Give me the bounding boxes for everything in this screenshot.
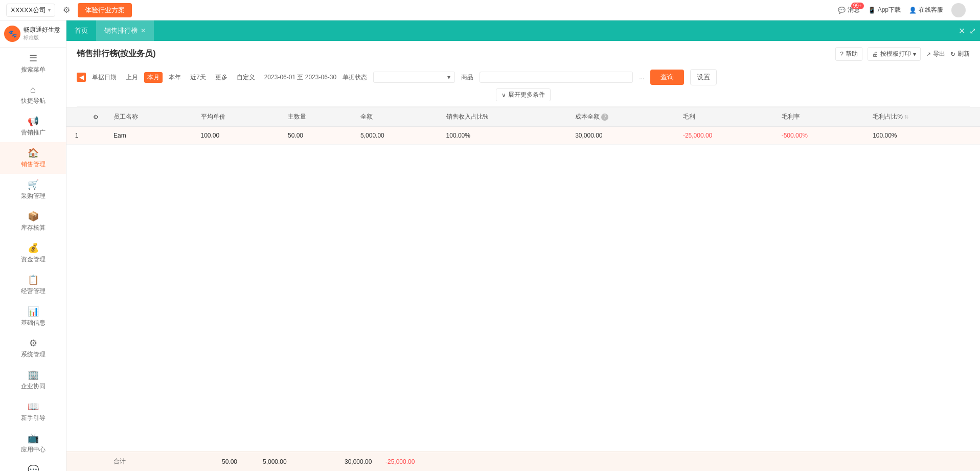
sidebar-item-operation[interactable]: 📋 经营管理 xyxy=(0,269,66,301)
print-label: 按模板打印 xyxy=(880,50,911,58)
table-header-row: ⚙ 员工名称 平均单价 主数量 xyxy=(66,107,980,127)
purchase-icon: 🛒 xyxy=(28,179,39,190)
col-amount-label: 全额 xyxy=(360,113,373,120)
footer-amount: 5,000.00 xyxy=(257,458,298,465)
sidebar-item-inventory[interactable]: 📦 库存核算 xyxy=(0,206,66,237)
company-selector[interactable]: XXXXX公司 ▾ xyxy=(6,4,55,17)
table-row: 1Eam100.0050.005,000.00100.00%30,000.00-… xyxy=(66,127,980,145)
date-to-value: 2023-06-30 xyxy=(305,74,336,81)
date-current-btn[interactable]: 本月 xyxy=(144,72,163,83)
tab-sales-ranking[interactable]: 销售排行榜 ✕ xyxy=(96,20,154,41)
expand-button[interactable]: ∨ 展开更多条件 xyxy=(496,88,551,101)
col-header-index xyxy=(66,107,87,127)
service-label: 在线客服 xyxy=(919,6,943,14)
sidebar-item-wechat[interactable]: 💬 企业微信 xyxy=(0,459,66,471)
sidebar-item-enterprise[interactable]: 🏢 企业协同 xyxy=(0,364,66,396)
footer-main-qty: 50.00 xyxy=(216,458,257,465)
sidebar-item-basic-info[interactable]: 📊 基础信息 xyxy=(0,301,66,332)
avatar[interactable] xyxy=(951,3,966,17)
col-header-gross-rate: 毛利率 xyxy=(776,107,867,127)
col-gross-profit-label: 毛利 xyxy=(683,113,695,120)
page-title: 销售排行榜(按业务员) xyxy=(77,49,156,59)
refresh-button[interactable]: ↻ 刷新 xyxy=(950,50,970,58)
sidebar-item-sales[interactable]: 🏠 销售管理 xyxy=(0,142,66,174)
col-gross-rate-label: 毛利率 xyxy=(782,113,800,120)
refresh-label: 刷新 xyxy=(958,50,970,58)
sidebar-item-app-center[interactable]: 📺 应用中心 xyxy=(0,428,66,459)
message-badge: 99+ xyxy=(851,3,864,9)
tab-home[interactable]: 首页 xyxy=(66,20,96,41)
cell-cost: 30,000.00 xyxy=(569,127,677,145)
sidebar-item-marketing[interactable]: 📢 营销推广 xyxy=(0,110,66,142)
marketing-icon: 📢 xyxy=(28,116,39,127)
col-header-settings[interactable]: ⚙ xyxy=(87,107,107,127)
search-order-icon: ☰ xyxy=(29,53,37,64)
expand-label: 展开更多条件 xyxy=(508,91,545,99)
sidebar-label-sales: 销售管理 xyxy=(21,160,45,169)
cell-index: 1 xyxy=(66,127,87,145)
cell-gross-rate: -500.00% xyxy=(776,127,867,145)
table-wrapper[interactable]: ⚙ 员工名称 平均单价 主数量 xyxy=(66,107,980,452)
date-more-btn[interactable]: 更多 xyxy=(212,72,231,83)
status-label: 单据状态 xyxy=(343,73,367,82)
table-area: ⚙ 员工名称 平均单价 主数量 xyxy=(66,107,980,471)
filter-row: ◀ 单据日期 上月 本月 本年 近7天 更多 自定义 2023-06-01 xyxy=(77,69,970,85)
date-prev-btn[interactable]: 上月 xyxy=(123,72,141,83)
tab-bar-right: ✕ ⤢ xyxy=(954,20,980,41)
top-bar-right: 💬 消息 99+ 📱 App下载 👤 在线客服 xyxy=(838,3,974,17)
sidebar-label-inventory: 库存核算 xyxy=(21,223,45,232)
sidebar-item-purchase[interactable]: 🛒 采购管理 xyxy=(0,174,66,206)
collapse-arrow-button[interactable]: ◀ xyxy=(77,73,86,82)
tab-minimize-icon[interactable]: ✕ xyxy=(959,26,965,36)
top-bar: XXXXX公司 ▾ ⚙ 体验行业方案 💬 消息 99+ 📱 App下载 👤 在线… xyxy=(0,0,980,20)
finance-icon: 💰 xyxy=(28,242,39,254)
inventory-icon: 📦 xyxy=(28,211,39,222)
logo-sub: 标准版 xyxy=(24,34,60,41)
col-header-gross-profit: 毛利 xyxy=(677,107,776,127)
settings-button[interactable]: 设置 xyxy=(690,69,717,85)
expand-arrow-icon: ∨ xyxy=(502,92,506,99)
goods-input[interactable] xyxy=(480,72,633,83)
sidebar-item-quick-nav[interactable]: ⌂ 快捷导航 xyxy=(0,79,66,110)
export-button[interactable]: ↗ 导出 xyxy=(926,50,945,58)
sidebar-label-purchase: 采购管理 xyxy=(21,192,45,200)
sidebar-label-basic-info: 基础信息 xyxy=(21,319,45,327)
message-icon: 💬 xyxy=(838,7,846,14)
gross-ratio-sort-icon[interactable]: ⇅ xyxy=(904,114,908,120)
cell-sales-ratio: 100.00% xyxy=(440,127,569,145)
tab-maximize-icon[interactable]: ⤢ xyxy=(969,26,976,36)
trial-button[interactable]: 体验行业方案 xyxy=(78,3,132,17)
cell-settings xyxy=(87,127,107,145)
expand-row: ∨ 展开更多条件 xyxy=(77,88,970,101)
col-header-cost: 成本全额 ? xyxy=(569,107,677,127)
status-select[interactable]: ▾ xyxy=(373,72,455,83)
content-area: 首页 销售排行榜 ✕ ✕ ⤢ 销售排行榜(按业务员) ? 帮助 xyxy=(66,20,980,471)
app-download-button[interactable]: 📱 App下载 xyxy=(868,6,901,14)
col-gross-ratio-label-wrap: 毛利占比% ⇅ xyxy=(873,113,908,121)
refresh-icon: ↻ xyxy=(950,51,955,58)
help-icon: ? xyxy=(840,51,844,58)
query-button[interactable]: 查询 xyxy=(650,70,684,85)
print-button[interactable]: 🖨 按模板打印 ▾ xyxy=(868,47,921,61)
tab-home-label: 首页 xyxy=(75,26,88,35)
date-7days-btn[interactable]: 近7天 xyxy=(187,72,209,83)
col-cost-label: 成本全额 xyxy=(575,113,600,121)
cost-help-icon[interactable]: ? xyxy=(601,114,608,121)
sidebar-item-search-order[interactable]: ☰ 搜索菜单 xyxy=(0,48,66,79)
help-button[interactable]: ? 帮助 xyxy=(835,47,862,61)
online-service-button[interactable]: 👤 在线客服 xyxy=(909,6,943,14)
col-header-main-qty: 主数量 xyxy=(282,107,354,127)
sidebar-item-guide[interactable]: 📖 新手引导 xyxy=(0,396,66,428)
col-sales-ratio-label: 销售收入占比% xyxy=(446,113,489,120)
more-conditions-btn[interactable]: ... xyxy=(639,74,644,81)
sidebar-item-finance[interactable]: 💰 资金管理 xyxy=(0,237,66,269)
settings-icon[interactable]: ⚙ xyxy=(59,3,74,17)
date-custom-btn[interactable]: 自定义 xyxy=(234,72,258,83)
sidebar-item-system[interactable]: ⚙ 系统管理 xyxy=(0,332,66,364)
sidebar-label-operation: 经营管理 xyxy=(21,287,45,296)
message-button[interactable]: 💬 消息 99+ xyxy=(838,6,860,14)
date-year-btn[interactable]: 本年 xyxy=(166,72,184,83)
sidebar-label-quick-nav: 快捷导航 xyxy=(21,97,45,105)
tab-close-icon[interactable]: ✕ xyxy=(141,27,146,34)
col-gross-ratio-label: 毛利占比% xyxy=(873,113,903,121)
